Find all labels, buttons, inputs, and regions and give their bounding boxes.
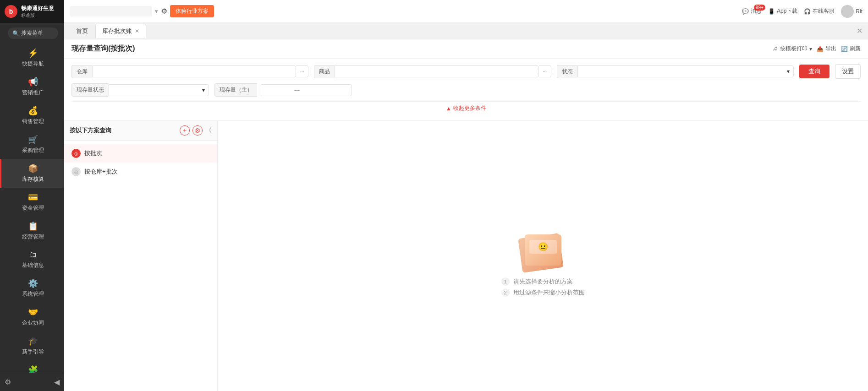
settings-button[interactable]: 设置 xyxy=(835,64,861,79)
topbar: ▾ ⚙ 体验行业方案 💬 消息 99+ 📱 App下载 🎧 在线客服 Rit xyxy=(64,0,868,23)
sidebar-label-marketing: 营销推广 xyxy=(22,89,44,97)
sidebar-label-newguide: 新手引导 xyxy=(22,348,44,356)
sidebar-search[interactable]: 🔍 搜索菜单 xyxy=(0,23,64,43)
scheme-dot-warehouse-batch: ◎ xyxy=(71,167,81,176)
sidebar-item-enterprise[interactable]: 🤝 企业协同 xyxy=(0,303,64,331)
export-btn[interactable]: 📤 导出 xyxy=(817,45,836,53)
sidebar-item-sales[interactable]: 💰 销售管理 xyxy=(0,101,64,130)
warehouse-more-btn[interactable]: ··· xyxy=(296,65,308,77)
scheme-settings-btn[interactable]: ⚙ xyxy=(192,125,203,136)
product-filter-group: 商品 ··· xyxy=(314,65,551,78)
filter-row-1: 仓库 ··· 商品 ··· xyxy=(71,64,861,79)
sidebar-item-marketing[interactable]: 📢 营销推广 xyxy=(0,72,64,101)
topbar-search-text xyxy=(74,8,94,15)
export-icon: 📤 xyxy=(817,46,824,52)
qty-from-input[interactable] xyxy=(265,87,292,93)
product-label-text: 商品 xyxy=(319,68,330,76)
sidebar-item-system[interactable]: ⚙️ 系统管理 xyxy=(0,274,64,303)
sidebar-item-finance[interactable]: 💳 资金管理 xyxy=(0,188,64,217)
warehouse-label: 仓库 xyxy=(71,65,92,78)
collapse-label: 收起更多条件 xyxy=(453,104,486,112)
system-icon: ⚙️ xyxy=(28,278,38,288)
print-btn[interactable]: 🖨 按模板打印 ▾ xyxy=(773,45,812,53)
warehouse-label-text: 仓库 xyxy=(77,68,88,76)
scheme-panel: 按以下方案查询 ＋ ⚙ 《 ◎ 按批次 ◎ xyxy=(64,121,218,391)
app-download-group[interactable]: 📱 App下载 xyxy=(768,7,797,15)
online-service-group[interactable]: 🎧 在线客服 xyxy=(804,7,835,15)
qty-input[interactable]: — xyxy=(261,84,352,96)
status-select[interactable]: ▾ xyxy=(577,65,794,77)
add-scheme-btn[interactable]: ＋ xyxy=(180,125,190,136)
status-label: 状态 xyxy=(557,65,577,78)
topbar-search-area[interactable] xyxy=(70,6,152,16)
sidebar-label-enterprise: 企业协同 xyxy=(22,319,44,327)
filter-area: 仓库 ··· 商品 ··· xyxy=(64,59,868,121)
stock-status-label-text: 现存量状态 xyxy=(77,86,104,94)
collapse-filter-btn[interactable]: ▲ 收起更多条件 xyxy=(71,101,861,115)
sidebar-item-shortcut[interactable]: ⚡ 快捷导航 xyxy=(0,43,64,72)
scheme-item-batch[interactable]: ◎ 按批次 xyxy=(64,144,217,163)
sidebar-item-newguide[interactable]: 🎓 新手引导 xyxy=(0,331,64,360)
sidebar-item-purchase[interactable]: 🛒 采购管理 xyxy=(0,130,64,159)
tab-inventory-batch[interactable]: 库存批次账 ✕ xyxy=(95,24,146,38)
collapse-icon: ▲ xyxy=(446,105,451,112)
product-input[interactable] xyxy=(335,65,538,77)
main-wrapper: ▾ ⚙ 体验行业方案 💬 消息 99+ 📱 App下载 🎧 在线客服 Rit xyxy=(64,0,868,391)
footer-settings-icon[interactable]: ⚙ xyxy=(5,378,11,386)
sidebar-label-purchase: 采购管理 xyxy=(22,147,44,154)
printer-icon: 🖨 xyxy=(773,46,778,52)
topbar-right: 💬 消息 99+ 📱 App下载 🎧 在线客服 Rit xyxy=(742,5,863,18)
warehouse-input[interactable] xyxy=(92,65,296,77)
content-area: 现存量查询(按批次) 🖨 按模板打印 ▾ 📤 导出 🔄 刷新 xyxy=(64,39,868,391)
stock-status-select[interactable]: ▾ xyxy=(109,84,209,96)
tab-home[interactable]: 首页 xyxy=(70,24,94,38)
empty-box-front: 😐 xyxy=(525,234,561,266)
experience-btn[interactable]: 体验行业方案 xyxy=(170,5,214,17)
sidebar-item-inventory[interactable]: 📦 库存核算 xyxy=(0,159,64,188)
content-header: 现存量查询(按批次) 🖨 按模板打印 ▾ 📤 导出 🔄 刷新 xyxy=(64,39,868,59)
stock-status-arrow-icon: ▾ xyxy=(202,87,205,93)
footer-collapse-icon[interactable]: ◀ xyxy=(54,378,60,386)
brand-title: 畅康通好生意 标准版 xyxy=(21,5,54,19)
basic-icon: 🗂 xyxy=(29,250,37,260)
refresh-btn[interactable]: 🔄 刷新 xyxy=(841,45,861,53)
scheme-collapse-btn[interactable]: 《 xyxy=(205,126,212,135)
qty-label-text: 现存量（主） xyxy=(220,86,253,94)
panel-close-btn[interactable]: ✕ xyxy=(857,27,863,35)
print-label: 按模板打印 xyxy=(780,45,808,53)
messages-group[interactable]: 💬 消息 99+ xyxy=(742,7,762,15)
sidebar-label-system: 系统管理 xyxy=(22,290,44,298)
product-more-btn[interactable]: ··· xyxy=(539,65,551,77)
export-label: 导出 xyxy=(825,45,836,53)
empty-illustration: 😐 xyxy=(511,215,575,270)
refresh-icon: 🔄 xyxy=(841,46,848,52)
sidebar-footer: ⚙ ◀ xyxy=(0,373,64,391)
operations-icon: 📋 xyxy=(28,221,38,231)
sidebar-label-finance: 资金管理 xyxy=(22,204,44,212)
tabbar: 首页 库存批次账 ✕ ✕ xyxy=(64,23,868,39)
header-actions: 🖨 按模板打印 ▾ 📤 导出 🔄 刷新 xyxy=(773,45,861,53)
purchase-icon: 🛒 xyxy=(28,135,38,145)
sales-icon: 💰 xyxy=(28,106,38,116)
user-group[interactable]: Rit xyxy=(841,5,863,18)
sidebar-item-appcenter[interactable]: 🧩 应用中心 xyxy=(0,360,64,373)
search-bar[interactable]: 🔍 搜索菜单 xyxy=(8,27,58,39)
scheme-item-warehouse-batch[interactable]: ◎ 按仓库+批次 xyxy=(64,163,217,181)
topbar-settings-icon[interactable]: ⚙ xyxy=(161,7,167,16)
sidebar-item-operations[interactable]: 📋 经营管理 xyxy=(0,217,64,245)
query-button[interactable]: 查询 xyxy=(799,65,830,78)
search-label: 搜索菜单 xyxy=(21,29,43,37)
sidebar-label-inventory: 库存核算 xyxy=(22,175,44,183)
tab-close-icon[interactable]: ✕ xyxy=(135,28,139,34)
qty-filter-group: 现存量（主） — xyxy=(214,83,352,97)
qty-to-input[interactable] xyxy=(302,87,329,93)
sidebar-header: b 畅康通好生意 标准版 xyxy=(0,0,64,23)
result-area: 😐 1 请先选择要分析的方案 2 用过滤条件来缩小分析范围 xyxy=(218,121,868,391)
empty-state: 😐 1 请先选择要分析的方案 2 用过滤条件来缩小分析范围 xyxy=(218,121,868,391)
sidebar-item-basic[interactable]: 🗂 基础信息 xyxy=(0,245,64,274)
inventory-icon: 📦 xyxy=(28,163,38,174)
scheme-panel-title: 按以下方案查询 xyxy=(70,126,111,135)
status-arrow-icon: ▾ xyxy=(787,68,790,75)
topbar-chevron-icon[interactable]: ▾ xyxy=(155,8,158,15)
online-service-label: 在线客服 xyxy=(813,7,835,15)
